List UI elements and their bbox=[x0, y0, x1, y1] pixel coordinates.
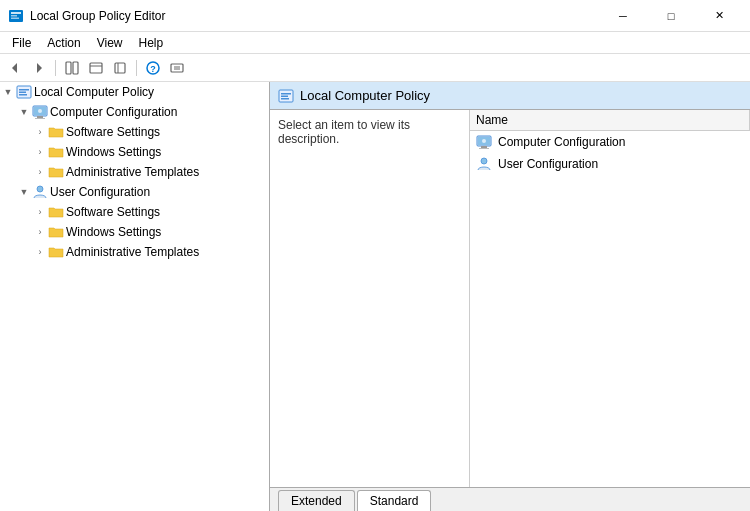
user-config-icon bbox=[32, 184, 48, 200]
tree-label-root: Local Computer Policy bbox=[34, 85, 154, 99]
title-controls: ─ □ ✕ bbox=[600, 6, 742, 26]
right-panel-header: Local Computer Policy bbox=[270, 82, 750, 110]
toolbar-sep-2 bbox=[136, 60, 137, 76]
minimize-button[interactable]: ─ bbox=[600, 6, 646, 26]
svg-rect-1 bbox=[11, 12, 21, 14]
maximize-button[interactable]: □ bbox=[648, 6, 694, 26]
svg-point-25 bbox=[38, 109, 42, 113]
tree-item-admin-tmpl-cc[interactable]: › Administrative Templates bbox=[0, 162, 269, 182]
menu-file[interactable]: File bbox=[4, 34, 39, 52]
list-item-computer-label: Computer Configuration bbox=[498, 135, 625, 149]
svg-rect-18 bbox=[19, 89, 29, 91]
main-container: ▼ Local Computer Policy ▼ bbox=[0, 82, 750, 511]
col-header-name[interactable]: Name bbox=[470, 110, 750, 130]
list-item-computer-icon bbox=[476, 134, 492, 150]
svg-rect-34 bbox=[479, 148, 489, 149]
menu-view[interactable]: View bbox=[89, 34, 131, 52]
back-button[interactable] bbox=[4, 58, 26, 78]
svg-rect-33 bbox=[481, 146, 487, 148]
tree-item-computer-config[interactable]: ▼ Computer Configuration bbox=[0, 102, 269, 122]
expand-user-config[interactable]: ▼ bbox=[16, 184, 32, 200]
folder-icon-sw-cc bbox=[48, 124, 64, 140]
folder-icon-win-cc bbox=[48, 144, 64, 160]
folder-icon-win-uc bbox=[48, 224, 64, 240]
show-hide-button[interactable] bbox=[61, 58, 83, 78]
expand-sw-cc[interactable]: › bbox=[32, 124, 48, 140]
svg-rect-28 bbox=[281, 93, 291, 95]
tree-label-sw-cc: Software Settings bbox=[66, 125, 160, 139]
list-header: Name bbox=[470, 110, 750, 131]
svg-rect-14 bbox=[171, 64, 183, 72]
expand-win-cc[interactable]: › bbox=[32, 144, 48, 160]
list-item-computer-config[interactable]: Computer Configuration bbox=[470, 131, 750, 153]
folder-icon-admin-cc bbox=[48, 164, 64, 180]
menu-help[interactable]: Help bbox=[131, 34, 172, 52]
list-pane[interactable]: Name Computer Configuration bbox=[470, 110, 750, 487]
menu-bar: File Action View Help bbox=[0, 32, 750, 54]
tab-extended[interactable]: Extended bbox=[278, 490, 355, 511]
toolbar-sep-1 bbox=[55, 60, 56, 76]
tree-item-user-config[interactable]: ▼ User Configuration bbox=[0, 182, 269, 202]
svg-rect-29 bbox=[281, 95, 288, 97]
title-bar-left: Local Group Policy Editor bbox=[8, 8, 165, 24]
svg-rect-2 bbox=[11, 15, 17, 17]
tab-standard[interactable]: Standard bbox=[357, 490, 432, 511]
list-item-user-config[interactable]: User Configuration bbox=[470, 153, 750, 175]
tree-label-user-config: User Configuration bbox=[50, 185, 150, 199]
list-item-user-label: User Configuration bbox=[498, 157, 598, 171]
description-text: Select an item to view its description. bbox=[278, 118, 410, 146]
svg-rect-6 bbox=[66, 62, 71, 74]
tree-label-win-cc: Windows Settings bbox=[66, 145, 161, 159]
tree-label-admin-uc: Administrative Templates bbox=[66, 245, 199, 259]
svg-rect-30 bbox=[281, 98, 289, 100]
tree-item-win-settings-uc[interactable]: › Windows Settings bbox=[0, 222, 269, 242]
right-header-icon bbox=[278, 88, 294, 104]
svg-rect-20 bbox=[19, 94, 27, 96]
folder-icon-admin-uc bbox=[48, 244, 64, 260]
expand-sw-uc[interactable]: › bbox=[32, 204, 48, 220]
expand-computer-config[interactable]: ▼ bbox=[16, 104, 32, 120]
svg-marker-4 bbox=[12, 63, 17, 73]
svg-rect-19 bbox=[19, 92, 26, 94]
svg-rect-10 bbox=[115, 63, 125, 73]
title-bar: Local Group Policy Editor ─ □ ✕ bbox=[0, 0, 750, 32]
tree-item-sw-settings-uc[interactable]: › Software Settings bbox=[0, 202, 269, 222]
tree-label-win-uc: Windows Settings bbox=[66, 225, 161, 239]
svg-rect-8 bbox=[90, 63, 102, 73]
tree-label-computer-config: Computer Configuration bbox=[50, 105, 177, 119]
window-title: Local Group Policy Editor bbox=[30, 9, 165, 23]
expand-admin-cc[interactable]: › bbox=[32, 164, 48, 180]
right-panel: Local Computer Policy Select an item to … bbox=[270, 82, 750, 511]
bottom-tabs: Extended Standard bbox=[270, 487, 750, 511]
list-item-user-icon bbox=[476, 156, 492, 172]
tree-item-root[interactable]: ▼ Local Computer Policy bbox=[0, 82, 269, 102]
expand-win-uc[interactable]: › bbox=[32, 224, 48, 240]
description-pane: Select an item to view its description. bbox=[270, 110, 470, 487]
close-button[interactable]: ✕ bbox=[696, 6, 742, 26]
tree-item-sw-settings-cc[interactable]: › Software Settings bbox=[0, 122, 269, 142]
toolbar-btn-2[interactable] bbox=[85, 58, 107, 78]
svg-marker-5 bbox=[37, 63, 42, 73]
policy-icon bbox=[16, 84, 32, 100]
menu-action[interactable]: Action bbox=[39, 34, 88, 52]
toolbar-btn-3[interactable] bbox=[109, 58, 131, 78]
right-content: Select an item to view its description. … bbox=[270, 110, 750, 487]
expand-admin-uc[interactable]: › bbox=[32, 244, 48, 260]
folder-icon-sw-uc bbox=[48, 204, 64, 220]
svg-point-36 bbox=[481, 158, 487, 164]
svg-rect-24 bbox=[35, 118, 45, 119]
tree-panel[interactable]: ▼ Local Computer Policy ▼ bbox=[0, 82, 270, 511]
help-button[interactable]: ? bbox=[142, 58, 164, 78]
svg-rect-23 bbox=[37, 116, 43, 118]
toolbar-btn-5[interactable] bbox=[166, 58, 188, 78]
computer-config-icon bbox=[32, 104, 48, 120]
tree-item-admin-tmpl-uc[interactable]: › Administrative Templates bbox=[0, 242, 269, 262]
tree-label-sw-uc: Software Settings bbox=[66, 205, 160, 219]
forward-button[interactable] bbox=[28, 58, 50, 78]
tree-item-win-settings-cc[interactable]: › Windows Settings bbox=[0, 142, 269, 162]
expand-root[interactable]: ▼ bbox=[0, 84, 16, 100]
svg-point-26 bbox=[37, 186, 43, 192]
tree-label-admin-cc: Administrative Templates bbox=[66, 165, 199, 179]
svg-rect-3 bbox=[11, 17, 19, 19]
toolbar: ? bbox=[0, 54, 750, 82]
